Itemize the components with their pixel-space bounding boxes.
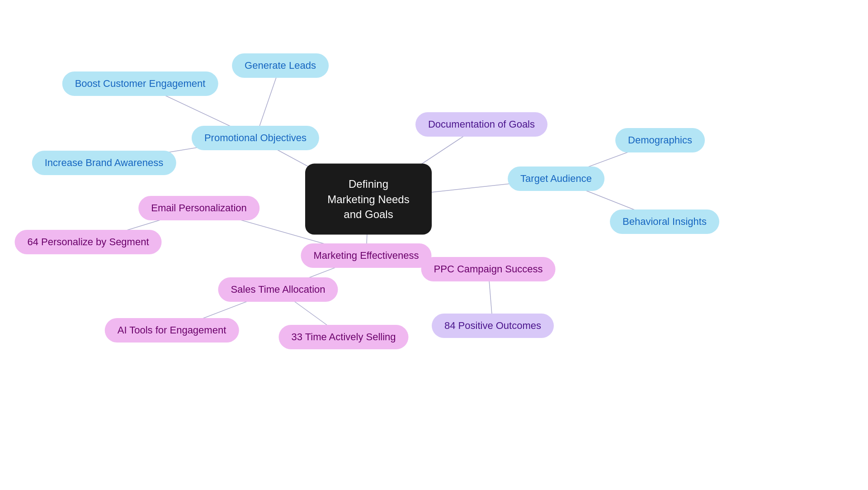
node-marketing-effectiveness[interactable]: Marketing Effectiveness <box>301 243 431 268</box>
node-center[interactable]: Defining Marketing Needs and Goals <box>305 164 432 235</box>
mindmap-container: Defining Marketing Needs and GoalsPromot… <box>0 0 868 490</box>
node-personalize-by-segment[interactable]: 64 Personalize by Segment <box>14 230 161 254</box>
node-documentation-of-goals[interactable]: Documentation of Goals <box>415 112 547 137</box>
node-target-audience[interactable]: Target Audience <box>508 167 604 191</box>
node-behavioral-insights[interactable]: Behavioral Insights <box>610 209 719 234</box>
node-positive-outcomes[interactable]: 84 Positive Outcomes <box>432 314 554 338</box>
node-ai-tools-for-engagement[interactable]: AI Tools for Engagement <box>105 318 239 343</box>
node-promotional-objectives[interactable]: Promotional Objectives <box>192 126 319 150</box>
node-generate-leads[interactable]: Generate Leads <box>232 53 329 78</box>
node-ppc-campaign-success[interactable]: PPC Campaign Success <box>421 257 556 281</box>
node-sales-time-allocation[interactable]: Sales Time Allocation <box>218 277 338 302</box>
node-increase-brand-awareness[interactable]: Increase Brand Awareness <box>32 151 176 175</box>
node-time-actively-selling[interactable]: 33 Time Actively Selling <box>278 325 408 349</box>
node-demographics[interactable]: Demographics <box>615 128 705 152</box>
node-email-personalization[interactable]: Email Personalization <box>138 196 259 220</box>
node-boost-customer-engagement[interactable]: Boost Customer Engagement <box>62 71 218 96</box>
